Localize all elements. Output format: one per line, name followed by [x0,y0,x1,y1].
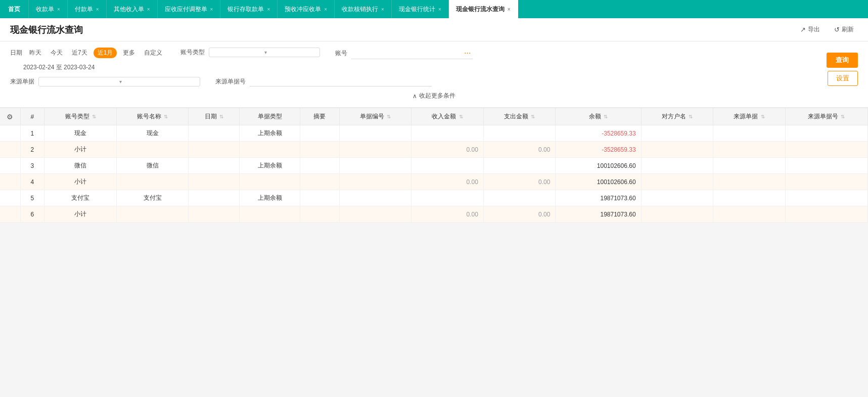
table-cell: 支付宝 [44,190,117,206]
col-settings[interactable]: ⚙ [0,108,20,125]
table-row[interactable]: 3微信微信上期余额100102606.60 [0,158,868,174]
nav-tab-2[interactable]: 其他收入单 × [107,0,158,18]
source-doc-dropdown-icon: ▾ [119,79,196,84]
table-cell [785,125,867,142]
nav-tab-8[interactable]: 现金银行流水查询 × [449,0,518,18]
close-tab-6[interactable]: × [381,7,384,12]
table-cell [713,190,786,206]
data-table-container: ⚙ # 账号类型 ⇅ 账号名称 ⇅ 日期 ⇅ 单据类型 [0,108,868,223]
source-doc-filter: 来源单据 ▾ [10,77,200,86]
sort-doc-no-icon: ⇅ [387,114,391,119]
nav-tab-6[interactable]: 收款核销执行 × [335,0,392,18]
table-cell [189,190,240,206]
col-account-name[interactable]: 账号名称 ⇅ [116,108,189,125]
close-tab-2[interactable]: × [147,7,150,12]
close-tab-1[interactable]: × [96,7,99,12]
table-cell [300,190,339,206]
table-cell [641,125,713,142]
page-header: 现金银行流水查询 ↗ 导出 ↺ 刷新 [0,18,868,41]
table-cell: 支付宝 [116,190,189,206]
close-tab-8[interactable]: × [508,7,511,12]
table-cell [240,206,300,223]
account-type-label: 账号类型 [180,48,205,57]
nav-home[interactable]: 首页 [0,0,29,18]
sort-expense-icon: ⇅ [531,114,535,119]
account-type-select[interactable]: ▾ [209,48,320,57]
col-expense[interactable]: 支出金额 ⇅ [483,108,556,125]
query-button[interactable]: 查询 [827,53,858,68]
table-cell: 小计 [44,174,117,190]
table-cell [189,142,240,158]
col-source-doc-no[interactable]: 来源单据号 ⇅ [785,108,867,125]
col-account-type[interactable]: 账号类型 ⇅ [44,108,117,125]
close-tab-7[interactable]: × [438,7,441,12]
table-cell [713,142,786,158]
nav-tab-3[interactable]: 应收应付调整单 × [158,0,221,18]
col-income[interactable]: 收入金额 ⇅ [412,108,484,125]
date-option-1month[interactable]: 近1月 [94,48,117,58]
close-tab-0[interactable]: × [57,7,60,12]
source-doc-select[interactable]: ▾ [38,77,200,86]
col-counterparty[interactable]: 对方户名 ⇅ [641,108,713,125]
col-date[interactable]: 日期 ⇅ [189,108,240,125]
account-filter: 账号 ··· [335,48,473,59]
table-cell [116,206,189,223]
close-tab-4[interactable]: × [267,7,270,12]
table-cell [339,206,412,223]
settings-button[interactable]: 设置 [828,71,858,86]
nav-tab-5[interactable]: 预收冲应收单 × [278,0,335,18]
table-cell: 0.00 [412,206,484,223]
col-source-doc[interactable]: 来源单据 ⇅ [713,108,786,125]
nav-tab-1[interactable]: 付款单 × [68,0,107,18]
table-cell [785,174,867,190]
refresh-button[interactable]: ↺ 刷新 [830,23,858,36]
table-row[interactable]: 4小计0.000.00100102606.60 [0,174,868,190]
date-options: 昨天 今天 近7天 近1月 更多 自定义 [26,48,165,58]
table-cell: 4 [20,174,44,190]
table-cell: 2 [20,142,44,158]
nav-tab-7[interactable]: 现金银行统计 × [392,0,449,18]
col-balance[interactable]: 余额 ⇅ [556,108,641,125]
gear-icon[interactable]: ⚙ [7,113,13,121]
refresh-icon: ↺ [834,26,840,33]
close-tab-3[interactable]: × [210,7,213,12]
export-icon: ↗ [800,26,806,33]
table-cell [785,206,867,223]
table-cell: 上期余额 [240,158,300,174]
table-cell [0,206,20,223]
export-button[interactable]: ↗ 导出 [796,23,824,36]
account-type-filter: 账号类型 ▾ [180,48,320,57]
source-doc-no-input[interactable] [250,77,432,86]
date-option-more[interactable]: 更多 [120,48,138,58]
table-cell [339,142,412,158]
table-cell [0,190,20,206]
table-cell [240,174,300,190]
table-row[interactable]: 1现金现金上期余额-3528659.33 [0,125,868,142]
table-row[interactable]: 5支付宝支付宝上期余额19871073.60 [0,190,868,206]
date-option-yesterday[interactable]: 昨天 [26,48,44,58]
date-option-custom[interactable]: 自定义 [141,48,165,58]
account-input[interactable]: ··· [351,48,473,59]
nav-tab-0[interactable]: 收款单 × [29,0,68,18]
table-cell: 小计 [44,206,117,223]
source-doc-no-field[interactable] [252,78,430,85]
table-cell: 100102606.60 [556,174,641,190]
table-cell [412,125,484,142]
sort-account-type-icon: ⇅ [92,114,96,119]
filter-area: 日期 昨天 今天 近7天 近1月 更多 自定义 2023-02-24 至 202… [0,41,868,108]
account-dots-button[interactable]: ··· [464,49,471,58]
table-cell: 上期余额 [240,190,300,206]
table-row[interactable]: 2小计0.000.00-3528659.33 [0,142,868,158]
nav-tab-4[interactable]: 银行存取款单 × [220,0,278,18]
table-cell: 6 [20,206,44,223]
date-option-today[interactable]: 今天 [48,48,66,58]
collapse-button[interactable]: ∧ 收起更多条件 [413,92,455,100]
close-tab-5[interactable]: × [324,7,327,12]
table-cell [300,142,339,158]
table-cell: 0.00 [412,174,484,190]
date-option-7days[interactable]: 近7天 [69,48,90,58]
col-doc-no[interactable]: 单据编号 ⇅ [339,108,412,125]
source-doc-no-label: 来源单据号 [215,77,246,86]
table-row[interactable]: 6小计0.000.0019871073.60 [0,206,868,223]
table-cell [300,125,339,142]
